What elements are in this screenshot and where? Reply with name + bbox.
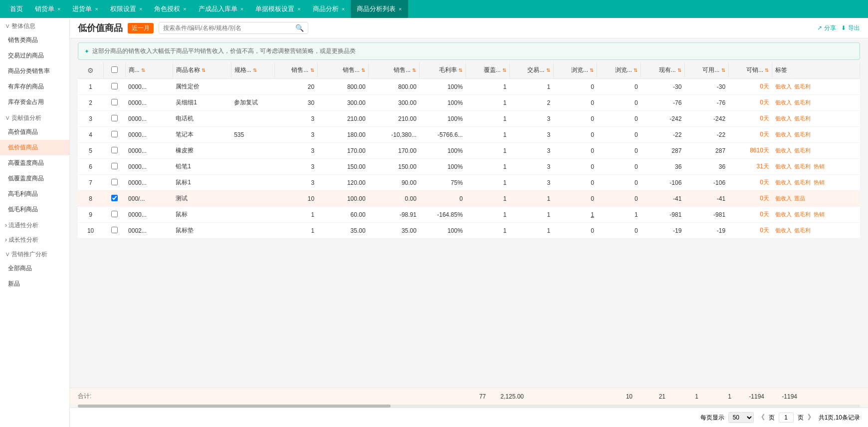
tag-低毛利[interactable]: 低毛利 — [794, 179, 811, 185]
share-button[interactable]: ↗ 分享 — [817, 24, 836, 32]
nav-close-icon[interactable]: × — [240, 6, 243, 12]
nav-close-icon[interactable]: × — [139, 6, 142, 12]
col-sale-amt[interactable]: 销售... ⇅ — [317, 62, 368, 79]
sidebar-item-新品[interactable]: 新品 — [0, 276, 69, 292]
row-browse1[interactable]: 0 — [553, 79, 597, 95]
row-checkbox[interactable] — [103, 95, 125, 111]
nav-close-icon[interactable]: × — [183, 6, 186, 12]
next-page-button[interactable]: 》 — [808, 413, 815, 422]
row-browse1[interactable]: 0 — [553, 143, 597, 159]
browse1-link[interactable]: 0 — [591, 99, 594, 106]
browse1-link[interactable]: 0 — [591, 131, 594, 138]
nav-item-进货单[interactable]: 进货单× — [66, 0, 104, 18]
col-checkbox[interactable] — [103, 62, 125, 79]
tag-低收入[interactable]: 低收入 — [775, 179, 792, 185]
prev-page-button[interactable]: 《 — [758, 413, 765, 422]
nav-close-icon[interactable]: × — [297, 6, 300, 12]
select-all-checkbox[interactable] — [111, 66, 118, 73]
row-browse1[interactable]: 0 — [553, 223, 597, 239]
tag-低毛利[interactable]: 低毛利 — [794, 163, 811, 169]
browse1-link[interactable]: 0 — [591, 163, 594, 170]
tag-热销[interactable]: 热销 — [814, 211, 825, 217]
tag-低收入[interactable]: 低收入 — [775, 163, 792, 169]
tag-低毛利[interactable]: 低毛利 — [794, 147, 811, 153]
nav-item-产成品入库单[interactable]: 产成品入库单× — [193, 0, 249, 18]
col-sale-qty[interactable]: 销售... ⇅ — [275, 62, 317, 79]
row-browse1[interactable]: 0 — [553, 111, 597, 127]
row-browse1[interactable]: 1 — [553, 207, 597, 223]
nav-item-权限设置[interactable]: 权限设置× — [104, 0, 148, 18]
tag-低收入[interactable]: 低收入 — [775, 99, 792, 105]
tag-低收入[interactable]: 低收入 — [775, 211, 792, 217]
row-browse1[interactable]: 0 — [553, 191, 597, 207]
sidebar-item-有库存的商品[interactable]: 有库存的商品 — [0, 79, 69, 94]
nav-item-角色授权[interactable]: 角色授权× — [148, 0, 192, 18]
nav-close-icon[interactable]: × — [95, 6, 98, 12]
row-browse1[interactable]: 0 — [553, 95, 597, 111]
col-stock[interactable]: 现有... ⇅ — [641, 62, 685, 79]
per-page-select[interactable]: 50 100 200 — [728, 412, 754, 423]
tag-置品[interactable]: 置品 — [794, 195, 805, 201]
sidebar-item-商品分类销售率[interactable]: 商品分类销售率 — [0, 63, 69, 79]
sidebar-item-库存资金占用[interactable]: 库存资金占用 — [0, 94, 69, 110]
nav-item-商品分析[interactable]: 商品分析× — [307, 0, 351, 18]
tag-低毛利[interactable]: 低毛利 — [794, 131, 811, 137]
sidebar-item-销售类商品[interactable]: 销售类商品 — [0, 32, 69, 48]
sidebar-group-成长性分析[interactable]: › 成长性分析 — [0, 232, 69, 246]
sidebar-item-交易过的商品[interactable]: 交易过的商品 — [0, 48, 69, 63]
row-checkbox[interactable] — [103, 79, 125, 95]
sidebar-item-高毛利商品[interactable]: 高毛利商品 — [0, 186, 69, 202]
row-browse1[interactable]: 0 — [553, 159, 597, 175]
nav-item-商品分析列表[interactable]: 商品分析列表× — [351, 0, 408, 18]
row-checkbox[interactable] — [103, 159, 125, 175]
tag-低毛利[interactable]: 低毛利 — [794, 211, 811, 217]
col-cover[interactable]: 覆盖... ⇅ — [466, 62, 510, 79]
table-container[interactable]: ⚙ 商... ⇅ 商品名称 ⇅ 规格... ⇅ 销售... ⇅ 销售... ⇅ … — [70, 62, 868, 388]
col-avail[interactable]: 可用... ⇅ — [684, 62, 728, 79]
browse1-link[interactable]: 0 — [591, 115, 594, 122]
col-spec[interactable]: 规格... ⇅ — [231, 62, 275, 79]
tag-低收入[interactable]: 低收入 — [775, 195, 792, 201]
tag-低毛利[interactable]: 低毛利 — [794, 115, 811, 121]
col-code[interactable]: 商... ⇅ — [125, 62, 173, 79]
tag-低毛利[interactable]: 低毛利 — [794, 99, 811, 105]
page-number-input[interactable] — [779, 413, 794, 423]
col-browse1[interactable]: 浏览... ⇅ — [553, 62, 597, 79]
gear-icon[interactable]: ⚙ — [87, 66, 94, 74]
export-button[interactable]: ⬇ 导出 — [841, 24, 860, 32]
search-input[interactable] — [163, 24, 295, 31]
col-gross-rate[interactable]: 毛利率 ⇅ — [420, 62, 466, 79]
sidebar-group-流通性分析[interactable]: › 流通性分析 — [0, 217, 69, 232]
nav-close-icon[interactable]: × — [57, 6, 60, 12]
sidebar-group-营销推广分析[interactable]: ∨ 营销推广分析 — [0, 246, 69, 261]
col-browse2[interactable]: 浏览... ⇅ — [597, 62, 641, 79]
col-sale-cost[interactable]: 销售... ⇅ — [369, 62, 420, 79]
col-sellable[interactable]: 可销... ⇅ — [728, 62, 772, 79]
row-checkbox[interactable] — [103, 191, 125, 207]
col-trade[interactable]: 交易... ⇅ — [509, 62, 553, 79]
row-checkbox[interactable] — [103, 207, 125, 223]
browse1-link[interactable]: 0 — [591, 83, 594, 90]
tag-低收入[interactable]: 低收入 — [775, 147, 792, 153]
search-icon[interactable]: 🔍 — [295, 24, 304, 32]
browse1-link[interactable]: 0 — [591, 227, 594, 234]
nav-item-首页[interactable]: 首页 — [4, 0, 29, 18]
browse1-link[interactable]: 1 — [591, 211, 594, 218]
sidebar-item-低毛利商品[interactable]: 低毛利商品 — [0, 202, 69, 217]
row-browse1[interactable]: 0 — [553, 127, 597, 143]
row-checkbox[interactable] — [103, 111, 125, 127]
browse1-link[interactable]: 0 — [591, 147, 594, 154]
tag-热销[interactable]: 热销 — [814, 163, 825, 169]
tag-低毛利[interactable]: 低毛利 — [794, 83, 811, 89]
tag-低收入[interactable]: 低收入 — [775, 131, 792, 137]
nav-item-单据模板设置[interactable]: 单据模板设置× — [249, 0, 306, 18]
browse1-link[interactable]: 0 — [591, 179, 594, 186]
tag-热销[interactable]: 热销 — [814, 179, 825, 185]
sidebar-item-高价值商品[interactable]: 高价值商品 — [0, 124, 69, 140]
sidebar-item-低覆盖度商品[interactable]: 低覆盖度商品 — [0, 171, 69, 186]
nav-close-icon[interactable]: × — [399, 6, 402, 12]
row-browse1[interactable]: 0 — [553, 175, 597, 191]
tag-低毛利[interactable]: 低毛利 — [794, 227, 811, 233]
filter-button[interactable]: 近一月 — [128, 23, 154, 33]
row-checkbox[interactable] — [103, 223, 125, 239]
